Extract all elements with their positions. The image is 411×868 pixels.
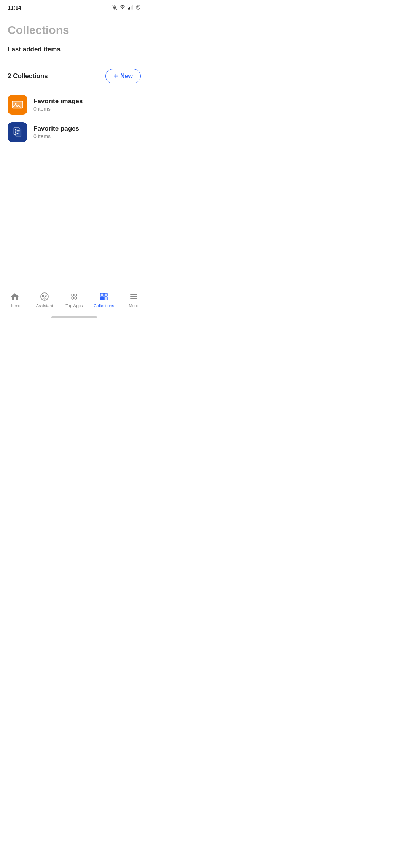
collections-count: 2 Collections <box>8 72 48 80</box>
svg-point-23 <box>44 298 45 299</box>
top-apps-icon <box>69 291 80 302</box>
collections-row: 2 Collections + New <box>8 69 141 83</box>
nav-label-more: More <box>129 303 138 308</box>
nav-item-home[interactable]: Home <box>0 291 30 308</box>
gesture-bar <box>51 316 97 318</box>
collection-item-favorite-images[interactable]: Favorite images 0 items <box>8 91 141 118</box>
collection-count-favorite-pages: 0 items <box>33 133 79 139</box>
signal-icon <box>128 5 133 11</box>
main-content: Collections Last added items 2 Collectio… <box>0 14 148 146</box>
new-button[interactable]: + New <box>105 69 141 83</box>
nav-label-collections: Collections <box>94 303 114 308</box>
page-title: Collections <box>8 24 141 37</box>
svg-rect-33 <box>130 296 137 297</box>
collection-icon-images <box>8 95 27 115</box>
collection-icon-pages <box>8 122 27 142</box>
collection-count-favorite-images: 0 items <box>33 106 83 112</box>
svg-rect-2 <box>129 7 130 9</box>
collection-item-favorite-pages[interactable]: Favorite pages 0 items <box>8 118 141 146</box>
svg-point-6 <box>137 6 139 8</box>
svg-rect-34 <box>130 298 137 299</box>
mute-icon <box>112 5 117 11</box>
svg-point-20 <box>43 295 43 296</box>
status-time: 11:14 <box>8 5 21 11</box>
svg-rect-15 <box>17 132 20 132</box>
svg-point-27 <box>75 297 77 299</box>
svg-rect-30 <box>100 297 104 300</box>
home-icon <box>10 291 20 302</box>
more-icon <box>128 291 139 302</box>
svg-point-25 <box>75 294 77 296</box>
nav-label-home: Home <box>9 303 20 308</box>
divider <box>8 61 141 61</box>
svg-point-5 <box>136 5 140 9</box>
svg-rect-32 <box>130 294 137 295</box>
nav-label-assistant: Assistant <box>36 303 53 308</box>
plus-icon: + <box>113 72 118 80</box>
collection-info-favorite-images: Favorite images 0 items <box>33 97 83 112</box>
status-bar: 11:14 <box>0 0 148 14</box>
nav-item-more[interactable]: More <box>119 291 148 308</box>
nav-item-assistant[interactable]: Assistant <box>30 291 59 308</box>
svg-rect-1 <box>128 8 129 9</box>
collections-icon <box>99 291 109 302</box>
svg-point-26 <box>72 297 74 299</box>
svg-point-24 <box>72 294 74 296</box>
collection-name-favorite-pages: Favorite pages <box>33 125 79 132</box>
svg-rect-3 <box>131 6 131 9</box>
wifi-icon <box>119 5 126 11</box>
target-icon <box>135 5 141 11</box>
svg-rect-14 <box>17 130 20 131</box>
svg-point-21 <box>45 295 46 296</box>
svg-rect-16 <box>17 133 19 134</box>
nav-label-top-apps: Top Apps <box>65 303 83 308</box>
svg-rect-13 <box>16 129 21 136</box>
nav-item-top-apps[interactable]: Top Apps <box>59 291 89 308</box>
assistant-icon <box>39 291 50 302</box>
collection-name-favorite-images: Favorite images <box>33 97 83 105</box>
svg-rect-4 <box>132 5 133 9</box>
status-icons <box>112 5 141 11</box>
last-added-header: Last added items <box>8 46 141 53</box>
new-button-label: New <box>120 73 133 80</box>
nav-item-collections[interactable]: Collections <box>89 291 119 308</box>
collection-info-favorite-pages: Favorite pages 0 items <box>33 125 79 139</box>
